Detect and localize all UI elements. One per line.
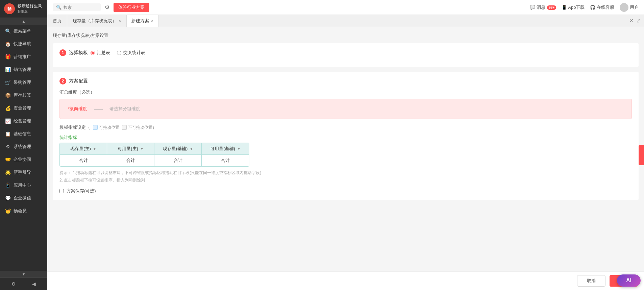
- cancel-button[interactable]: 取消: [577, 275, 605, 287]
- indicator-legend-row: 模板指标设定（ 可拖动位置 不可拖动位置）: [59, 124, 632, 130]
- crown-icon: 👑: [5, 208, 11, 214]
- tab-new-plan-label: 新建方案: [131, 18, 149, 24]
- section2-number: 2: [59, 78, 66, 84]
- search-icon: 🔍: [56, 5, 61, 10]
- tab-new-plan[interactable]: 新建方案 ×: [127, 15, 158, 27]
- sidebar-item-label: 搜索菜单: [14, 28, 31, 34]
- stats-col-4-header[interactable]: 可用量(基辅) ▼: [202, 143, 249, 155]
- sidebar-item-wechat[interactable]: 💬 企业微信: [0, 192, 47, 204]
- undraggable-legend-box: [122, 125, 127, 130]
- sidebar-item-guide[interactable]: 🌟 新手引导: [0, 166, 47, 179]
- app-tag: 标准版: [18, 9, 42, 14]
- sidebar-item-label: 快捷导航: [14, 41, 31, 47]
- search-input[interactable]: [64, 5, 97, 10]
- radio-cross-table[interactable]: 交叉统计表: [117, 50, 145, 56]
- sidebar-item-management[interactable]: 📈 经营管理: [0, 115, 47, 127]
- money-icon: 💰: [5, 105, 11, 111]
- hint-area: 提示： 1.拖动标题栏可以调整布局，不可跨维度或指标区域拖动栏目字段(只能在同一…: [59, 167, 632, 185]
- sidebar-nav: 🔍 搜索菜单 🏠 快捷导航 🎁 营销推广 📊 销售管理 🛒 采购管理 📦 库存核…: [0, 25, 47, 271]
- save-check-label: 方案保存(可选): [67, 188, 96, 194]
- sidebar-item-nav[interactable]: 🏠 快捷导航: [0, 38, 47, 50]
- footer-collapse-icon[interactable]: ◀: [32, 281, 36, 287]
- sidebar-item-marketing[interactable]: 🎁 营销推广: [0, 50, 47, 63]
- stats-col-3-body: 合计: [154, 155, 202, 166]
- tab-home[interactable]: 首页: [47, 15, 67, 27]
- stats-label: 统计指标: [59, 135, 632, 141]
- logo-icon: 畅: [4, 3, 15, 14]
- sidebar-item-label: 企业协同: [14, 156, 31, 163]
- home-icon: 🏠: [5, 41, 11, 47]
- section1-number: 1: [59, 49, 66, 56]
- topbar-right: 💬 消息 99+ 📱 App下载 🎧 在线客服 用户: [530, 3, 639, 12]
- stats-header-row: 现存量(主) ▼ 可用量(主) ▼ 现存量(基辅) ▼ 可用量(基辅) ▼: [60, 143, 249, 155]
- sidebar-scroll-down[interactable]: ▼: [0, 271, 47, 277]
- hint-line-1: 提示： 1.拖动标题栏可以调整布局，不可跨维度或指标区域拖动栏目字段(只能在同一…: [59, 169, 632, 177]
- topbar: 🔍 ⚙ 体验行业方案 💬 消息 99+ 📱 App下载 🎧 在线客服 用户: [47, 0, 644, 15]
- sidebar-item-label: 基础信息: [14, 131, 31, 137]
- undraggable-legend-label: 不可拖动位置）: [128, 125, 156, 130]
- sidebar: 畅 畅康通好生意 标准版 ▲ 🔍 搜索菜单 🏠 快捷导航 🎁 营销推广 📊 销售…: [0, 0, 47, 290]
- stats-col-2-header[interactable]: 可用量(主) ▼: [107, 143, 154, 155]
- topbar-app-download[interactable]: 📱 App下载: [562, 4, 585, 10]
- topbar-msg[interactable]: 💬 消息 99+: [530, 4, 556, 10]
- save-check-row: 方案保存(可选): [59, 188, 632, 194]
- search-icon: 🔍: [5, 28, 11, 34]
- sidebar-item-label: 资金管理: [14, 105, 31, 111]
- sidebar-item-system[interactable]: ⚙ 系统管理: [0, 140, 47, 153]
- app-name: 畅康通好生意: [18, 4, 42, 9]
- dimension-placeholder[interactable]: 请选择分组维度: [109, 106, 140, 112]
- footer-bar: 取消 查询: [47, 271, 644, 290]
- tab-inventory[interactable]: 现存量（库存状况表） ×: [67, 15, 127, 27]
- save-checkbox[interactable]: [59, 189, 64, 193]
- cart-icon: 🛒: [5, 80, 11, 85]
- draggable-legend-box: [93, 125, 98, 130]
- box-icon: 📦: [5, 93, 11, 98]
- section-plan-config: 2 方案配置 汇总维度（必选） *纵向维度 —— 请选择分组维度 模板指标设定（…: [53, 72, 639, 200]
- chat-icon: 💬: [5, 195, 11, 201]
- handshake-icon: 🤝: [5, 157, 11, 162]
- summary-dimension-label: 汇总维度（必选）: [59, 89, 632, 95]
- section1-header: 1 选择模板 汇总表 交叉统计表: [59, 49, 632, 56]
- right-edge-tab[interactable]: [639, 145, 644, 165]
- sidebar-item-inventory[interactable]: 📦 库存核算: [0, 89, 47, 102]
- sidebar-item-purchase[interactable]: 🛒 采购管理: [0, 76, 47, 89]
- sidebar-item-finance[interactable]: 💰 资金管理: [0, 102, 47, 115]
- trial-button[interactable]: 体验行业方案: [114, 3, 149, 12]
- stats-col-3-header[interactable]: 现存量(基辅) ▼: [154, 143, 202, 155]
- sidebar-item-apps[interactable]: 📱 应用中心: [0, 179, 47, 192]
- tab-expand-icon[interactable]: ⤢: [636, 18, 641, 24]
- chart-icon: 📊: [5, 67, 11, 72]
- footer-settings-icon[interactable]: ⚙: [11, 281, 16, 287]
- hint-line-2: 2. 点击标题栏下拉可设置排序、插入列和删除列: [59, 177, 632, 184]
- stats-col-1-header[interactable]: 现存量(主) ▼: [60, 143, 107, 155]
- dimension-dash: ——: [94, 106, 103, 112]
- sidebar-item-label: 销售管理: [14, 67, 31, 73]
- content-area: 现存量(库存状况表)方案设置 1 选择模板 汇总表 交叉统计表: [47, 27, 644, 271]
- avatar: [620, 3, 628, 12]
- topbar-online-service[interactable]: 🎧 在线客服: [590, 4, 614, 10]
- settings-icon[interactable]: ⚙: [105, 4, 109, 10]
- radio-summary-table[interactable]: 汇总表: [91, 50, 110, 56]
- msg-badge: 99+: [547, 5, 556, 10]
- tab-close-icon[interactable]: ✕: [629, 18, 634, 24]
- indicator-setting-label: 模板指标设定（: [59, 124, 90, 130]
- sidebar-item-label: 采购管理: [14, 79, 31, 86]
- sidebar-scroll-up[interactable]: ▲: [0, 18, 47, 25]
- stats-grid: 现存量(主) ▼ 可用量(主) ▼ 现存量(基辅) ▼ 可用量(基辅) ▼: [59, 143, 249, 167]
- tab-new-plan-close[interactable]: ×: [151, 19, 153, 23]
- sidebar-item-collab[interactable]: 🤝 企业协同: [0, 153, 47, 166]
- sidebar-item-sales[interactable]: 📊 销售管理: [0, 63, 47, 76]
- section1-title: 选择模板: [69, 50, 88, 56]
- template-radio-group: 汇总表 交叉统计表: [91, 50, 145, 56]
- sidebar-item-basics[interactable]: 📋 基础信息: [0, 127, 47, 140]
- sidebar-item-search[interactable]: 🔍 搜索菜单: [0, 25, 47, 38]
- dimension-box: *纵向维度 —— 请选择分组维度: [59, 99, 632, 119]
- stats-body-row: 合计 合计 合计 合计: [60, 155, 249, 166]
- sidebar-item-member[interactable]: 👑 畅会员: [0, 204, 47, 217]
- tab-inventory-label: 现存量（库存状况表）: [73, 18, 117, 24]
- topbar-user[interactable]: 用户: [620, 3, 639, 12]
- ai-fab-button[interactable]: Ai: [617, 274, 641, 287]
- tab-inventory-close[interactable]: ×: [119, 19, 121, 23]
- sidebar-item-label: 经营管理: [14, 118, 31, 124]
- chevron-down-icon: ▼: [190, 147, 193, 151]
